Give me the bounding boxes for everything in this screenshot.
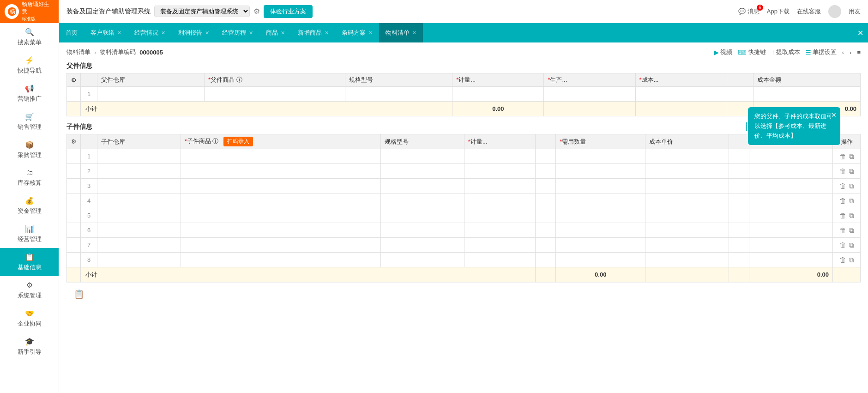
tab-customer-close[interactable]: ✕	[117, 30, 121, 36]
gear-icon[interactable]: ⚙	[253, 7, 260, 16]
child-row-unit-cost[interactable]	[645, 164, 729, 179]
child-row-warehouse[interactable]	[97, 149, 181, 164]
tab-customer[interactable]: 客户联络 ✕	[84, 23, 128, 42]
child-row-warehouse[interactable]	[97, 253, 181, 267]
sidebar-item-search[interactable]: 🔍 搜索菜单	[0, 23, 59, 51]
delete-icon[interactable]: 🗑	[839, 182, 846, 190]
child-row-product[interactable]	[181, 179, 380, 193]
delete-icon[interactable]: 🗑	[839, 226, 846, 235]
sidebar-item-marketing[interactable]: 📢 营销推广	[0, 79, 59, 108]
sidebar-item-quicknav[interactable]: ⚡ 快捷导航	[0, 51, 59, 79]
app-download-btn[interactable]: App下载	[767, 7, 790, 16]
child-row-spec[interactable]	[380, 238, 464, 253]
child-row-qty[interactable]	[556, 238, 645, 253]
tab-new-product-close[interactable]: ✕	[325, 30, 329, 36]
tab-barcode[interactable]: 条码方案 ✕	[335, 23, 379, 42]
child-row-warehouse[interactable]	[97, 193, 181, 208]
child-row-unit[interactable]	[464, 208, 535, 223]
tab-product-close[interactable]: ✕	[281, 30, 285, 36]
copy-icon[interactable]: ⧉	[849, 226, 854, 235]
child-row-unit-cost[interactable]	[645, 253, 729, 267]
child-row-qty[interactable]	[556, 208, 645, 223]
child-row-warehouse[interactable]	[97, 223, 181, 238]
child-row-product[interactable]	[181, 223, 380, 238]
child-row-unit[interactable]	[464, 238, 535, 253]
delete-icon[interactable]: 🗑	[839, 152, 846, 161]
tab-bom-close[interactable]: ✕	[412, 30, 416, 36]
copy-icon[interactable]: ⧉	[849, 256, 854, 264]
nav-next-btn[interactable]: ›	[850, 49, 851, 56]
child-row-unit-cost[interactable]	[645, 238, 729, 253]
child-row-unit[interactable]	[464, 179, 535, 193]
child-row-unit[interactable]	[464, 164, 535, 179]
child-row-product[interactable]	[181, 238, 380, 253]
child-row-spec[interactable]	[380, 149, 464, 164]
copy-icon[interactable]: ⧉	[849, 182, 854, 190]
child-row-warehouse[interactable]	[97, 238, 181, 253]
delete-icon[interactable]: 🗑	[839, 212, 846, 220]
th-parent-settings[interactable]: ⚙	[67, 73, 81, 87]
copy-icon[interactable]: ⧉	[849, 241, 854, 249]
sidebar-item-enterprise[interactable]: 🤝 企业协同	[0, 304, 59, 333]
parent-row-cost-type[interactable]	[635, 87, 727, 102]
child-row-spec[interactable]	[380, 223, 464, 238]
child-row-product[interactable]	[181, 193, 380, 208]
child-row-unit-cost[interactable]	[645, 179, 729, 193]
tab-product[interactable]: 商品 ✕	[259, 23, 291, 42]
child-row-qty[interactable]	[556, 253, 645, 267]
child-row-product[interactable]	[181, 149, 380, 164]
child-row-product[interactable]	[181, 208, 380, 223]
breadcrumb-page1[interactable]: 物料清单	[66, 48, 90, 56]
nav-prev-btn[interactable]: ‹	[842, 49, 844, 56]
child-row-unit[interactable]	[464, 193, 535, 208]
delete-icon[interactable]: 🗑	[839, 241, 846, 249]
sidebar-item-sales[interactable]: 🛒 销售管理	[0, 108, 59, 136]
child-row-spec[interactable]	[380, 193, 464, 208]
online-service-btn[interactable]: 在线客服	[797, 7, 821, 16]
sidebar-item-finance[interactable]: 💰 资金管理	[0, 192, 59, 220]
tab-new-product[interactable]: 新增商品 ✕	[291, 23, 335, 42]
child-row-unit[interactable]	[464, 149, 535, 164]
parent-row-spec[interactable]	[345, 87, 452, 102]
message-btn[interactable]: 💬 消息 6	[738, 7, 760, 16]
sidebar-item-purchase[interactable]: 📦 采购管理	[0, 136, 59, 164]
close-all-tabs[interactable]: ✕	[853, 29, 868, 37]
tab-profit[interactable]: 利润报告 ✕	[172, 23, 216, 42]
extract-cost-btn[interactable]: ↑ 提取成本	[772, 48, 800, 56]
child-row-unit-cost[interactable]	[645, 208, 729, 223]
delete-icon[interactable]: 🗑	[839, 197, 846, 205]
shortcut-btn[interactable]: ⌨ 快捷键	[738, 48, 766, 56]
child-row-product[interactable]	[181, 253, 380, 267]
tab-profit-close[interactable]: ✕	[205, 30, 209, 36]
tab-bom[interactable]: 物料清单 ✕	[379, 23, 423, 42]
tab-history-close[interactable]: ✕	[249, 30, 253, 36]
child-row-warehouse[interactable]	[97, 208, 181, 223]
delete-icon[interactable]: 🗑	[839, 256, 846, 264]
child-row-qty[interactable]	[556, 193, 645, 208]
child-row-unit-cost[interactable]	[645, 223, 729, 238]
trial-button[interactable]: 体验行业方案	[264, 5, 313, 18]
child-row-spec[interactable]	[380, 179, 464, 193]
tab-history[interactable]: 经营历程 ✕	[216, 23, 259, 42]
menu-btn[interactable]: ≡	[857, 49, 861, 56]
child-row-unit[interactable]	[464, 253, 535, 267]
copy-icon[interactable]: ⧉	[849, 212, 854, 220]
single-settings-btn[interactable]: ☰ 单据设置	[806, 48, 837, 56]
child-row-qty[interactable]	[556, 223, 645, 238]
parent-row-produce[interactable]	[544, 87, 635, 102]
child-row-warehouse[interactable]	[97, 179, 181, 193]
child-row-qty[interactable]	[556, 164, 645, 179]
scan-btn[interactable]: 扫码录入	[223, 137, 253, 146]
sidebar-item-system[interactable]: ⚙ 系统管理	[0, 276, 59, 304]
child-row-product[interactable]	[181, 164, 380, 179]
child-row-qty[interactable]	[556, 149, 645, 164]
system-select[interactable]: 装备及固定资产辅助管理系统	[154, 6, 250, 17]
sidebar-item-guide[interactable]: 🎓 新手引导	[0, 333, 59, 361]
parent-row-warehouse[interactable]	[97, 87, 205, 102]
child-row-unit-cost[interactable]	[645, 193, 729, 208]
tab-home[interactable]: 首页	[59, 23, 84, 42]
tab-barcode-close[interactable]: ✕	[368, 30, 373, 36]
tooltip-close-btn[interactable]: ✕	[831, 110, 837, 120]
copy-icon[interactable]: ⧉	[849, 197, 854, 205]
sidebar-item-inventory[interactable]: 🗂 库存核算	[0, 164, 59, 192]
